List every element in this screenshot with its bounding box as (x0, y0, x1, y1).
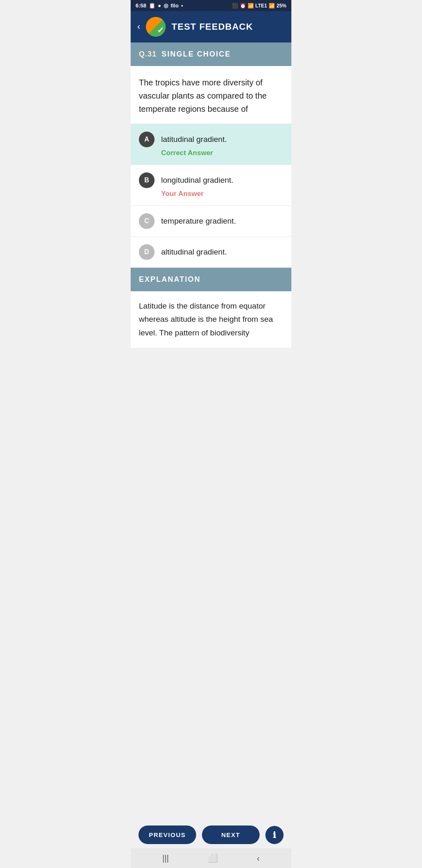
back-button[interactable]: ‹ (137, 21, 140, 32)
alarm-icon: ⏰ (240, 3, 246, 9)
previous-button[interactable]: PREVIOUS (138, 826, 196, 844)
option-a-letter: A (139, 132, 155, 147)
page-title: TEST FEEDBACK (171, 21, 253, 32)
back-nav-icon[interactable]: ‹ (257, 854, 260, 863)
status-bar: 6:58 📋 ● ◎ filo • ⬛ ⏰ 📶 LTE1 📶 25% (131, 0, 291, 11)
status-right: ⬛ ⏰ 📶 LTE1 📶 25% (232, 3, 286, 9)
whatsapp-icon: ● (158, 2, 161, 9)
option-a[interactable]: A latitudinal gradient. Correct Answer (131, 124, 291, 165)
app-name: filo (171, 2, 179, 9)
header: ‹ ✓ TEST FEEDBACK (131, 11, 291, 42)
option-d[interactable]: D altitudinal gradient. (131, 237, 291, 268)
signal-icon: 📶 (269, 3, 275, 9)
option-c[interactable]: C temperature gradient. (131, 206, 291, 237)
option-d-text: altitudinal gradient. (161, 248, 227, 257)
option-b-letter: B (139, 172, 155, 188)
time: 6:58 (136, 2, 146, 9)
dot-icon: • (181, 2, 183, 9)
question-header: Q.31 SINGLE CHOICE (131, 42, 291, 66)
wifi-icon: 📶 (248, 3, 254, 9)
question-number: Q.31 (139, 50, 157, 59)
network-label: LTE1 (256, 3, 267, 9)
option-c-text: temperature gradient. (161, 217, 236, 226)
explanation-title: EXPLANATION (139, 275, 201, 283)
bottom-buttons: PREVIOUS NEXT ℹ (131, 821, 291, 848)
next-button[interactable]: NEXT (202, 826, 260, 844)
checkmark-icon: ✓ (157, 25, 164, 35)
question-text: The tropics have more diversity of vascu… (131, 66, 291, 124)
explanation-text: Latitude is the distance from equator wh… (131, 291, 291, 348)
home-icon[interactable]: ⬜ (208, 853, 218, 863)
question-type: SINGLE CHOICE (162, 50, 231, 59)
option-a-text: latitudinal gradient. (161, 135, 227, 144)
option-b-text: longitudinal gradient. (161, 176, 233, 185)
sim-icon: 📋 (149, 2, 155, 9)
system-nav-bar: ||| ⬜ ‹ (131, 848, 291, 868)
battery-label: 25% (277, 3, 286, 9)
explanation-header: EXPLANATION (131, 268, 291, 291)
info-button[interactable]: ℹ (265, 826, 284, 844)
option-c-letter: C (139, 213, 155, 229)
option-b[interactable]: B longitudinal gradient. Your Answer (131, 165, 291, 206)
status-left: 6:58 📋 ● ◎ filo • (136, 2, 183, 9)
options-container: A latitudinal gradient. Correct Answer B… (131, 124, 291, 268)
option-b-sublabel: Your Answer (161, 190, 283, 198)
option-d-letter: D (139, 244, 155, 260)
recent-apps-icon[interactable]: ||| (162, 854, 169, 863)
msg-icon: ◎ (164, 2, 168, 9)
cast-icon: ⬛ (232, 3, 238, 9)
option-a-sublabel: Correct Answer (161, 149, 283, 157)
app-logo: ✓ (146, 17, 166, 37)
